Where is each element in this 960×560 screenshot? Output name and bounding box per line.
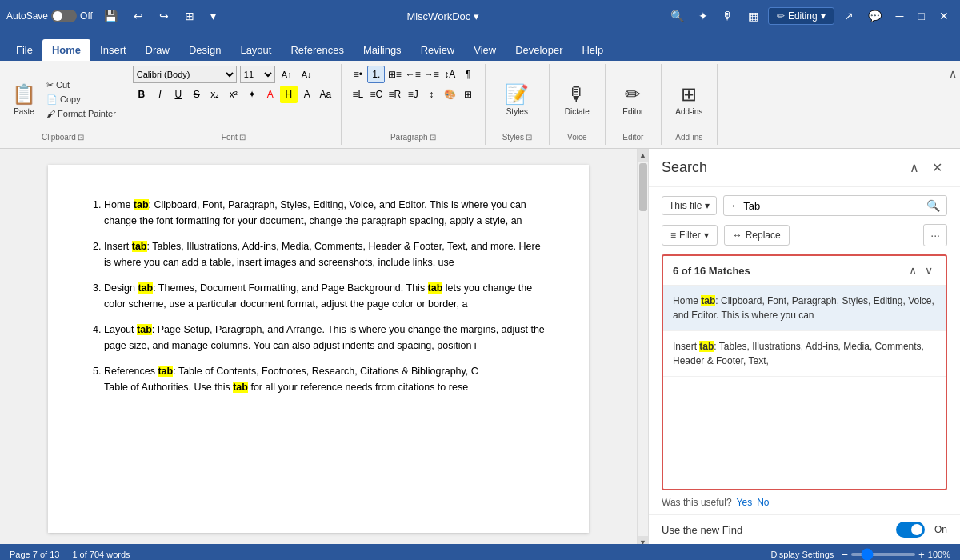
results-prev-button[interactable]: ∧ [906, 262, 920, 278]
strikethrough-button[interactable]: S [188, 86, 206, 103]
shading-button[interactable]: 🎨 [441, 86, 458, 103]
search-ribbon-button[interactable]: 🔍 [666, 8, 689, 24]
bold-button[interactable]: B [133, 86, 150, 103]
paste-button[interactable]: 📋 Paste [6, 75, 42, 123]
tab-view[interactable]: View [464, 39, 506, 61]
more-options-button[interactable]: ··· [923, 224, 947, 246]
minimize-button[interactable]: ─ [891, 8, 909, 24]
replace-button[interactable]: ↔ Replace [724, 225, 790, 246]
redo-button[interactable]: ↪ [154, 8, 174, 24]
restore-button[interactable]: □ [914, 8, 930, 24]
zoom-in-button[interactable]: + [918, 549, 925, 561]
styles-gallery-button[interactable]: 📝 Styles [499, 75, 534, 123]
tab-insert[interactable]: Insert [90, 39, 136, 61]
highlight-tab-1: tab [134, 199, 149, 210]
autosave-toggle[interactable] [51, 10, 77, 22]
clipboard-expand-icon[interactable]: ⊡ [78, 133, 84, 142]
tab-references[interactable]: References [281, 39, 353, 61]
numbering-button[interactable]: 1. [367, 66, 385, 83]
font-family-select[interactable]: Calibri (Body) [133, 66, 237, 83]
italic-button[interactable]: I [151, 86, 169, 103]
editor-button[interactable]: ✏ Editor [615, 75, 650, 123]
styles-icon: 📝 [505, 83, 529, 106]
vertical-scrollbar[interactable]: ▲ ▼ [637, 149, 648, 544]
close-button[interactable]: ✕ [934, 8, 954, 24]
save-button[interactable]: 💾 [99, 8, 122, 24]
styles-expand-icon[interactable]: ⊡ [526, 133, 532, 142]
align-right-button[interactable]: ≡R [386, 86, 403, 103]
case-button[interactable]: Aa [317, 86, 334, 103]
search-close-button[interactable]: ✕ [927, 158, 947, 177]
increase-indent-button[interactable]: →≡ [422, 66, 440, 83]
show-marks-button[interactable]: ¶ [459, 66, 477, 83]
zoom-slider[interactable] [851, 553, 915, 556]
ribbon-collapse-button[interactable]: ∧ [946, 64, 960, 83]
filter-button[interactable]: ≡ Filter ▾ [662, 225, 718, 246]
search-scope-button[interactable]: This file ▾ [662, 196, 717, 215]
tab-file[interactable]: File [6, 39, 42, 61]
font-size-select[interactable]: 11 [240, 66, 275, 83]
display-settings-button[interactable]: Display Settings [770, 550, 834, 559]
scroll-down-button[interactable]: ▼ [638, 536, 649, 544]
title-dropdown-icon[interactable]: ▾ [474, 10, 479, 22]
cut-button[interactable]: ✂ Cut [43, 78, 119, 92]
search-collapse-button[interactable]: ∧ [905, 158, 924, 177]
borders-button[interactable]: ⊞ [459, 86, 477, 103]
bullets-button[interactable]: ≡• [349, 66, 366, 83]
document-title-area: MiscWorkDoc ▾ [406, 10, 479, 22]
underline-button[interactable]: U [170, 86, 187, 103]
undo-button[interactable]: ↩ [129, 8, 148, 24]
document-scroll-area[interactable]: Home tab: Clipboard, Font, Paragraph, St… [0, 149, 637, 544]
comments-button[interactable]: 💬 [863, 8, 886, 24]
copilot-button[interactable]: ✦ [694, 8, 713, 24]
dictate-button[interactable]: 🎙 Dictate [559, 75, 594, 123]
font-color-button[interactable]: A [262, 86, 279, 103]
shrink-font-button[interactable]: A↓ [298, 68, 315, 81]
justify-button[interactable]: ≡J [404, 86, 422, 103]
scroll-thumb[interactable] [639, 163, 647, 211]
feedback-yes-link[interactable]: Yes [737, 497, 753, 508]
subscript-button[interactable]: x₂ [206, 86, 224, 103]
highlight-button[interactable]: H [280, 86, 298, 103]
paragraph-expand-icon[interactable]: ⊡ [430, 133, 436, 142]
search-go-button[interactable]: 🔍 [926, 199, 940, 212]
new-find-toggle[interactable] [896, 522, 925, 538]
grow-font-button[interactable]: A↑ [278, 68, 295, 81]
sort-button[interactable]: ↕A [441, 66, 458, 83]
tab-review[interactable]: Review [411, 39, 465, 61]
align-left-button[interactable]: ≡L [349, 86, 366, 103]
results-next-button[interactable]: ∨ [922, 262, 936, 278]
scroll-up-button[interactable]: ▲ [638, 149, 649, 162]
multilevel-list-button[interactable]: ⊞≡ [386, 66, 403, 83]
format-painter-button[interactable]: 🖌 Format Painter [43, 107, 119, 120]
tab-mailings[interactable]: Mailings [354, 39, 411, 61]
copy-button[interactable]: 📄 Copy [43, 93, 119, 106]
decrease-indent-button[interactable]: ←≡ [404, 66, 422, 83]
tab-developer[interactable]: Developer [506, 39, 572, 61]
autosave-area[interactable]: AutoSave Off [6, 10, 93, 22]
zoom-out-button[interactable]: − [842, 549, 848, 561]
present-button[interactable]: ▦ [743, 8, 763, 24]
result-item[interactable]: Insert tab: Tables, Illustrations, Add-i… [663, 331, 946, 377]
share-button[interactable]: ↗ [839, 8, 858, 24]
view-options-button[interactable]: ⊞ [180, 8, 199, 24]
tab-help[interactable]: Help [572, 39, 613, 61]
superscript-button[interactable]: x² [225, 86, 242, 103]
text-effects-button[interactable]: A [298, 86, 316, 103]
search-input[interactable] [743, 200, 923, 212]
feedback-no-link[interactable]: No [757, 497, 769, 508]
tab-draw[interactable]: Draw [136, 39, 179, 61]
clipboard-tools: 📋 Paste ✂ Cut 📄 Copy 🖌 Format Painter [6, 66, 119, 133]
tab-home[interactable]: Home [42, 39, 90, 61]
line-spacing-button[interactable]: ↕ [422, 86, 440, 103]
addins-button[interactable]: ⊞ Add-ins [670, 75, 707, 123]
tab-layout[interactable]: Layout [230, 39, 281, 61]
voice-button[interactable]: 🎙 [718, 8, 738, 24]
clear-format-button[interactable]: ✦ [243, 86, 261, 103]
align-center-button[interactable]: ≡C [367, 86, 385, 103]
font-expand-icon[interactable]: ⊡ [239, 133, 246, 142]
result-item[interactable]: Home tab: Clipboard, Font, Paragraph, St… [663, 286, 946, 331]
editing-mode-button[interactable]: ✏ Editing ▾ [768, 7, 834, 25]
customize-button[interactable]: ▾ [206, 8, 221, 24]
tab-design[interactable]: Design [179, 39, 230, 61]
